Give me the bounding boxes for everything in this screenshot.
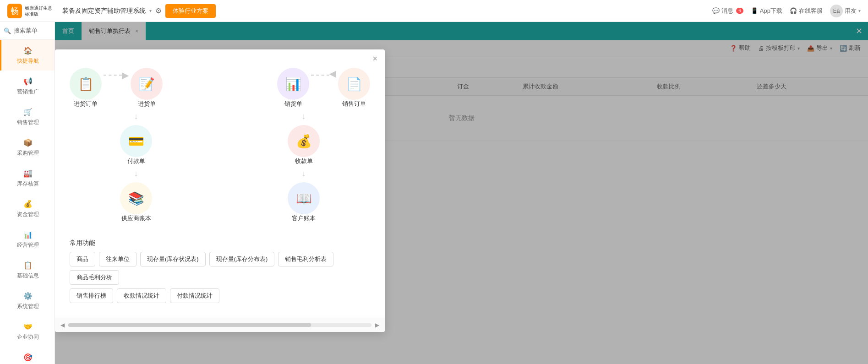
modal-scrollbar: ◀ ▶ xyxy=(55,318,385,332)
experience-btn[interactable]: 体验行业方案 xyxy=(165,4,216,18)
flow-label-customer-ledger: 客户账本 xyxy=(292,214,316,223)
flow-col-sales-order: 📄 销售订单 xyxy=(338,68,370,108)
sidebar-search-label: 搜索菜单 xyxy=(14,27,38,35)
operations-icon: 📊 xyxy=(23,229,33,239)
func-btn-8[interactable]: 付款情况统计 xyxy=(170,288,219,303)
flow-label-sales-bill: 销货单 xyxy=(284,100,302,108)
purchase-bill-icon: 📝 xyxy=(139,76,155,92)
message-btn[interactable]: 💬 消息 6 xyxy=(712,7,743,15)
sidebar-item-label-finance: 资金管理 xyxy=(17,211,39,218)
sidebar-item-inventory[interactable]: 🏭 库存核算 xyxy=(0,163,55,193)
modal-body: 📋 进货订单 ▶ xyxy=(55,49,385,318)
modal-close-btn[interactable]: × xyxy=(372,54,377,64)
top-header: 畅 畅康通好生意 标准版 装备及固定资产辅助管理系统 ▾ ⚙ 体验行业方案 💬 … xyxy=(0,0,868,22)
search-icon: 🔍 xyxy=(4,27,11,34)
sidebar-item-label-basic-info: 基础信息 xyxy=(17,272,39,280)
app-download-label: App下载 xyxy=(760,7,782,15)
sidebar-item-newbie[interactable]: 🎯 新手引导 xyxy=(0,347,55,364)
flow-label-sales-order: 销售订单 xyxy=(342,100,366,108)
sidebar-item-label-collab: 企业协同 xyxy=(17,333,39,341)
sidebar-item-label-system: 系统管理 xyxy=(17,303,39,310)
scroll-right-arrow[interactable]: ▶ xyxy=(375,322,379,328)
func-btn-0[interactable]: 商品 xyxy=(70,252,95,266)
func-btn-1[interactable]: 往来单位 xyxy=(99,252,136,266)
purchase-order-icon: 📋 xyxy=(78,76,94,92)
func-btn-5[interactable]: 商品毛利分析 xyxy=(70,270,119,285)
logo-text: 畅康通好生意 标准版 xyxy=(25,5,52,17)
quick-nav-modal: × 📋 进货订单 xyxy=(55,49,385,332)
gear-icon[interactable]: ⚙ xyxy=(155,6,162,15)
message-label: 消息 xyxy=(721,7,733,15)
sidebar: 🔍 搜索菜单 🏠 快捷导航 📢 营销推广 🛒 销售管理 📦 采购管理 🏭 库存核… xyxy=(0,22,55,364)
scrollbar-thumb[interactable] xyxy=(68,323,311,327)
flow-node-receipt-bill[interactable]: 💰 xyxy=(288,125,320,157)
sidebar-item-basic-info[interactable]: 📋 基础信息 xyxy=(0,255,55,285)
sidebar-item-label-purchase: 采购管理 xyxy=(17,149,39,157)
system-title-text: 装备及固定资产辅助管理系统 xyxy=(62,7,146,15)
flow-node-customer-ledger[interactable]: 📖 xyxy=(288,182,320,214)
message-badge: 6 xyxy=(736,8,743,14)
flow-row-3: 📚 供应商账本 📖 客户账本 xyxy=(70,182,370,223)
service-icon: 🎧 xyxy=(790,7,797,14)
flow-node-supplier-ledger[interactable]: 📚 xyxy=(120,182,152,214)
sidebar-item-marketing[interactable]: 📢 营销推广 xyxy=(0,71,55,101)
sidebar-item-finance[interactable]: 💰 资金管理 xyxy=(0,193,55,224)
func-btn-6[interactable]: 销售排行榜 xyxy=(70,288,113,303)
sidebar-item-label-quick-nav: 快捷导航 xyxy=(17,57,39,65)
logo-area: 畅 畅康通好生意 标准版 xyxy=(7,4,62,18)
flow-label-receipt-bill: 收款单 xyxy=(295,157,313,165)
quick-nav-icon: 🏠 xyxy=(23,45,33,55)
flow-node-sales-order[interactable]: 📄 xyxy=(338,68,370,100)
func-btn-3[interactable]: 现存量(库存分布表) xyxy=(209,252,275,266)
flow-row-2: 💳 付款单 💰 收款单 xyxy=(70,125,370,165)
sidebar-item-operations[interactable]: 📊 经营管理 xyxy=(0,224,55,255)
app-download-btn[interactable]: 📱 App下载 xyxy=(751,7,782,15)
sales-order-icon: 📄 xyxy=(346,76,362,92)
newbie-icon: 🎯 xyxy=(23,352,33,362)
download-icon: 📱 xyxy=(751,7,758,14)
flow-col-receipt-bill: 💰 收款单 xyxy=(288,125,320,165)
flow-node-purchase-bill[interactable]: 📝 xyxy=(131,68,163,100)
collab-icon: 🤝 xyxy=(23,321,33,331)
flow-col-customer-ledger: 📖 客户账本 xyxy=(288,182,320,223)
flow-col-purchase-order: 📋 进货订单 xyxy=(70,68,102,108)
online-service-btn[interactable]: 🎧 在线客服 xyxy=(790,7,823,15)
flow-arrow-from-sales-order: ▶ xyxy=(309,70,338,106)
flow-node-payment-bill[interactable]: 💳 xyxy=(120,125,152,157)
system-title-area: 装备及固定资产辅助管理系统 ▾ ⚙ 体验行业方案 xyxy=(62,4,712,18)
sidebar-item-purchase[interactable]: 📦 采购管理 xyxy=(0,132,55,163)
scroll-left-arrow[interactable]: ◀ xyxy=(60,322,65,328)
sidebar-item-label-operations: 经营管理 xyxy=(17,241,39,249)
common-functions-title: 常用功能 xyxy=(70,239,370,247)
marketing-icon: 📢 xyxy=(23,76,33,86)
sidebar-item-label-marketing: 营销推广 xyxy=(17,88,39,96)
app-logo-icon: 畅 xyxy=(7,4,22,18)
inventory-icon: 🏭 xyxy=(23,168,33,178)
func-btn-4[interactable]: 销售毛利分析表 xyxy=(278,252,333,266)
flow-row-arrows-v: ↓ ↓ xyxy=(70,112,370,121)
sidebar-item-label-sales: 销售管理 xyxy=(17,119,39,126)
flow-label-purchase-bill: 进货单 xyxy=(138,100,156,108)
main-layout: 🔍 搜索菜单 🏠 快捷导航 📢 营销推广 🛒 销售管理 📦 采购管理 🏭 库存核… xyxy=(0,22,868,364)
supplier-ledger-icon: 📚 xyxy=(128,191,144,206)
sidebar-item-system[interactable]: ⚙️ 系统管理 xyxy=(0,285,55,316)
flow-node-purchase-order[interactable]: 📋 xyxy=(70,68,102,100)
customer-ledger-icon: 📖 xyxy=(296,191,312,206)
purchase-icon: 📦 xyxy=(23,137,33,147)
content-area: 首页 销售订单执行表 × ✕ ❓ 帮助 🖨 按模板打印 ▾ xyxy=(55,22,868,364)
flow-label-payment-bill: 付款单 xyxy=(127,157,145,165)
common-functions: 常用功能 商品往来单位现存量(库存状况表)现存量(库存分布表)销售毛利分析表商品… xyxy=(70,234,370,303)
sales-bill-icon: 📊 xyxy=(285,76,301,92)
func-btn-2[interactable]: 现存量(库存状况表) xyxy=(140,252,206,266)
user-area[interactable]: Ea 用友 ▾ xyxy=(830,5,861,17)
sidebar-search[interactable]: 🔍 搜索菜单 xyxy=(0,22,55,40)
system-dropdown-arrow[interactable]: ▾ xyxy=(149,8,152,13)
func-buttons-row2: 销售排行榜收款情况统计付款情况统计 xyxy=(70,288,370,303)
header-right: 💬 消息 6 📱 App下载 🎧 在线客服 Ea 用友 ▾ xyxy=(712,5,861,17)
flow-node-sales-bill[interactable]: 📊 xyxy=(277,68,309,100)
sidebar-item-quick-nav[interactable]: 🏠 快捷导航 xyxy=(0,40,55,71)
sidebar-item-sales[interactable]: 🛒 销售管理 xyxy=(0,101,55,132)
sidebar-item-collab[interactable]: 🤝 企业协同 xyxy=(0,316,55,347)
func-btn-7[interactable]: 收款情况统计 xyxy=(117,288,166,303)
modal-overlay[interactable]: × 📋 进货订单 xyxy=(55,22,868,364)
